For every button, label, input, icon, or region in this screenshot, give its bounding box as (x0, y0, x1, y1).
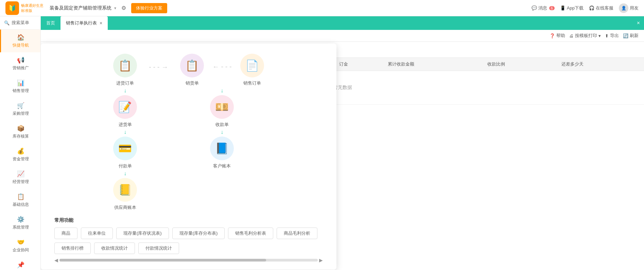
flow-item-payment: 💳 付款单 (113, 137, 137, 169)
online-service-button[interactable]: 🎧 在线客服 (589, 5, 613, 11)
modal-scrollbar: ◀ ▶ (54, 257, 323, 263)
common-btn-partner[interactable]: 往来单位 (81, 228, 113, 239)
sales-order-icon: 📄 (240, 54, 264, 77)
supplier-book-icon: 📒 (113, 178, 137, 202)
close-all-button[interactable]: × (637, 20, 644, 26)
flow-item-purchase-slip: 📝 进货单 (113, 95, 137, 128)
tab-close-button[interactable]: × (100, 20, 102, 26)
sidebar: 🔍 搜索菜单 🏠 快捷导航 📢 营销推广 📊 销售管理 🛒 采购管理 📦 (0, 16, 41, 270)
common-btn-payment-stats[interactable]: 付款情况统计 (138, 242, 179, 254)
common-btn-stock-status[interactable]: 现存量(库存状况表) (116, 228, 169, 239)
message-icon: 💬 (532, 5, 537, 11)
flow-item-sales-order: 📄 销售订单 (240, 54, 264, 86)
arrow-down-5: ↓ (221, 129, 223, 135)
sidebar-item-inventory[interactable]: 📦 库存核算 (0, 121, 40, 143)
customer-book-label: 客户账本 (213, 163, 231, 169)
purchase-icon: 🛒 (17, 102, 24, 109)
guide-icon: 📌 (17, 261, 24, 269)
dropdown-arrow-icon[interactable]: ▾ (114, 6, 116, 11)
sidebar-item-purchase[interactable]: 🛒 采购管理 (0, 98, 40, 121)
modal-overlay: 📋 进货订单 ↓ 📝 进货单 ↓ 💳 (41, 30, 644, 270)
arrow-down-3: ↓ (124, 170, 126, 177)
page-content: ❓ 帮助 🖨 按模板打印 ▾ ⬆ 导出 🔄 刷新 (41, 30, 644, 270)
finance-icon: 💰 (17, 147, 24, 155)
scroll-thumb[interactable] (59, 259, 266, 262)
common-btn-receipt-stats[interactable]: 收款情况统计 (94, 242, 135, 254)
settings-button[interactable]: ⚙ (119, 3, 128, 13)
sales-order-label: 销售订单 (243, 80, 261, 86)
arrow-down-2: ↓ (124, 129, 126, 135)
sales-slip-icon: 📋 (180, 54, 204, 77)
basic-info-icon: 📋 (17, 193, 24, 200)
sidebar-item-management[interactable]: 📈 经营管理 (0, 166, 40, 189)
sidebar-item-collaboration[interactable]: 🤝 企业协同 (0, 234, 40, 257)
flow-item-receipt: 💴 收款单 (210, 95, 234, 128)
system-name: 装备及固定资产辅助管理系统 (50, 5, 111, 11)
sidebar-item-system[interactable]: ⚙️ 系统管理 (0, 212, 40, 234)
collab-icon: 🤝 (17, 238, 24, 246)
common-btn-sales-profit[interactable]: 销售毛利分析表 (228, 228, 273, 239)
purchase-order-icon: 📋 (113, 54, 137, 77)
common-btn-stock-dist[interactable]: 现存量(库存分布表) (172, 228, 225, 239)
sales-icon: 📊 (17, 79, 24, 87)
marketing-icon: 📢 (17, 56, 24, 64)
sidebar-item-sales[interactable]: 📊 销售管理 (0, 75, 40, 98)
payment-label: 付款单 (119, 163, 132, 169)
arrow-down-4: ↓ (221, 88, 223, 94)
common-functions: 常用功能 商品 往来单位 现存量(库存状况表) 现存量(库存分布表) 销售毛利分… (54, 217, 323, 254)
supplier-book-label: 供应商账本 (114, 204, 136, 211)
common-buttons-row1: 商品 往来单位 现存量(库存状况表) 现存量(库存分布表) 销售毛利分析表 商品… (54, 228, 323, 239)
tab-sales-order[interactable]: 销售订单执行表 × (60, 16, 108, 30)
header-right: 💬 消息 6 📱 App下载 🎧 在线客服 👤 用友 (532, 3, 639, 13)
flow-item-purchase-order: 📋 进货订单 (113, 54, 137, 86)
common-btn-product[interactable]: 商品 (54, 228, 77, 239)
flow-item-customer-book: 📘 客户账本 (210, 137, 234, 169)
sidebar-item-marketing[interactable]: 📢 营销推广 (0, 52, 40, 75)
user-menu[interactable]: 👤 用友 (619, 3, 639, 13)
message-badge: 6 (549, 6, 555, 10)
search-menu[interactable]: 🔍 搜索菜单 (0, 16, 40, 30)
trial-button[interactable]: 体验行业方案 (131, 3, 167, 13)
home-icon: 🏠 (17, 34, 24, 41)
sidebar-item-quick-nav[interactable]: 🏠 快捷导航 (0, 30, 40, 52)
common-btn-sales-rank[interactable]: 销售排行榜 (54, 242, 91, 254)
service-icon: 🎧 (589, 5, 594, 11)
scroll-left-icon[interactable]: ◀ (54, 257, 58, 263)
scroll-right-icon[interactable]: ▶ (319, 257, 323, 263)
purchase-slip-label: 进货单 (119, 122, 132, 128)
system-title: 装备及固定资产辅助管理系统 ▾ ⚙ 体验行业方案 (46, 3, 532, 13)
scroll-track[interactable] (59, 259, 318, 262)
customer-book-icon: 📘 (210, 137, 234, 160)
arrow-left-dashed: ← - - - (212, 63, 232, 71)
search-icon: 🔍 (4, 20, 10, 25)
app-download-button[interactable]: 📱 App下载 (560, 5, 584, 11)
tab-bar: 首页 销售订单执行表 × × (41, 16, 644, 30)
sidebar-item-finance[interactable]: 💰 资金管理 (0, 143, 40, 166)
sidebar-item-guide[interactable]: 📌 新手引导 (0, 257, 40, 270)
common-buttons-row2: 销售排行榜 收款情况统计 付款情况统计 (54, 242, 323, 254)
sidebar-item-basic-info[interactable]: 📋 基础信息 (0, 189, 40, 212)
system-icon: ⚙️ (17, 216, 24, 223)
common-functions-title: 常用功能 (54, 217, 323, 223)
purchase-order-label: 进货订单 (116, 80, 134, 86)
management-icon: 📈 (17, 170, 24, 178)
common-btn-product-profit[interactable]: 商品毛利分析 (277, 228, 317, 239)
logo-icon: 🔰 (5, 1, 19, 15)
message-button[interactable]: 💬 消息 6 (532, 5, 555, 11)
logo-area: 🔰 畅康通好生意 标准版 (5, 1, 46, 15)
purchase-slip-icon: 📝 (113, 95, 137, 119)
arrow-down-1: ↓ (124, 88, 126, 94)
logo-text: 畅康通好生意 标准版 (21, 3, 43, 13)
download-icon: 📱 (560, 5, 565, 11)
quick-guide-modal: 📋 进货订单 ↓ 📝 进货单 ↓ 💳 (41, 43, 336, 270)
payment-icon: 💳 (113, 137, 137, 160)
arrow-right-dashed: - - - → (149, 63, 168, 71)
flow-item-sales-slip: 📋 销货单 (180, 54, 204, 86)
receipt-label: 收款单 (215, 122, 229, 128)
sales-slip-label: 销货单 (186, 80, 199, 86)
inventory-icon: 📦 (17, 125, 24, 132)
receipt-icon: 💴 (210, 95, 234, 119)
tab-home[interactable]: 首页 (41, 16, 60, 30)
avatar: 👤 (619, 3, 628, 13)
flow-item-supplier-book: 📒 供应商账本 (113, 178, 137, 211)
